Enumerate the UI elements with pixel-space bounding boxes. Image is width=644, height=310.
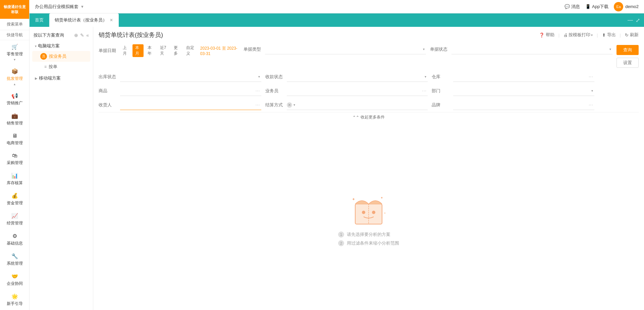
receipt-status-arrow-icon[interactable]: ▾ xyxy=(425,75,426,79)
brand-dots-icon[interactable]: ··· xyxy=(589,102,593,108)
sidebar-item-label: 基础信息 xyxy=(7,241,23,246)
marketing-icon: 📢 xyxy=(11,93,18,99)
sidebar-item-operations[interactable]: 📈 经营管理 xyxy=(0,209,29,229)
collapse-panel-icon[interactable]: « xyxy=(86,33,89,38)
collapse-button[interactable]: ⌃⌃ 收起更多条件 xyxy=(353,114,385,120)
tip-1-text: 请先选择要分析的方案 xyxy=(347,231,390,238)
doc-type-arrow-icon[interactable]: ▾ xyxy=(423,47,425,51)
brand-field[interactable]: ··· xyxy=(453,100,594,110)
receipt-status-field[interactable]: ▾ xyxy=(287,72,428,82)
sidebar-search-menu[interactable]: 搜索菜单 xyxy=(0,19,29,30)
tab-sales-report-label: 销货单统计表（按业务员） xyxy=(55,17,107,23)
goods-label: 商品 xyxy=(99,88,117,94)
tree-item-by-order[interactable]: ≡ 按单 xyxy=(32,62,90,72)
stock-status-label: 出库状态 xyxy=(99,74,117,80)
settings-button[interactable]: 设置 xyxy=(616,58,639,68)
warehouse-label: 仓库 xyxy=(432,74,450,80)
breadcrumb-dropdown-icon[interactable]: ▾ xyxy=(81,4,84,9)
refresh-icon: ↻ xyxy=(625,33,629,38)
maximize-icon[interactable]: ⤢ xyxy=(636,17,640,23)
payment-clear-icon[interactable]: ✕ xyxy=(287,102,292,108)
sidebar-item-marketing[interactable]: 📢 营销推广 xyxy=(0,89,29,109)
page-title: 销货单统计表(按业务员) xyxy=(99,31,163,39)
breadcrumb-area: 办公用品行业模拟账套 ▾ xyxy=(35,4,84,10)
salesperson-field[interactable]: ··· xyxy=(287,86,428,96)
help-button[interactable]: ❓ 帮助 xyxy=(539,32,554,38)
left-panel-actions: ⊕ ✎ « xyxy=(74,33,89,38)
doc-type-field[interactable]: ▾ xyxy=(265,44,426,54)
desktop-group-title[interactable]: ▾ 电脑端方案 xyxy=(32,41,90,51)
message-button[interactable]: 💬 消息 xyxy=(565,4,580,10)
goods-dots-icon[interactable]: ··· xyxy=(255,88,260,94)
recipient-field[interactable]: ··· xyxy=(120,100,261,110)
sidebar-item-system[interactable]: 🔧 系统管理 xyxy=(0,250,29,270)
sidebar-item-retail[interactable]: 🛒 零售管理 ▾ xyxy=(0,40,29,65)
tab-close-icon[interactable]: ✕ xyxy=(110,18,113,22)
sidebar-item-finance[interactable]: 💰 资金管理 xyxy=(0,189,29,209)
recipient-dots-icon[interactable]: ··· xyxy=(255,102,260,108)
stock-status-field[interactable]: ▾ xyxy=(120,72,261,82)
date-tab-last-month[interactable]: 上月 xyxy=(120,44,131,57)
export-button[interactable]: ⬆ 导出 xyxy=(602,32,616,38)
sidebar-item-label: 库存核算 xyxy=(7,180,23,186)
date-tab-this-year[interactable]: 本年 xyxy=(145,44,156,57)
app-download-button[interactable]: 📱 App下载 xyxy=(585,4,608,10)
date-tab-7days[interactable]: 近7天 xyxy=(157,44,170,57)
tab-home[interactable]: 首页 xyxy=(30,13,49,27)
sidebar-item-basic[interactable]: ⚙ 基础信息 xyxy=(0,229,29,250)
department-field[interactable]: ▾ xyxy=(453,86,594,96)
mobile-group-title[interactable]: ▶ 移动端方案 xyxy=(32,73,90,83)
tree-item-by-salesperson[interactable]: 员 按业务员 xyxy=(32,51,90,62)
department-arrow-icon[interactable]: ▾ xyxy=(591,89,593,93)
minimize-icon[interactable]: — xyxy=(628,17,633,23)
template-print-button[interactable]: 🖨 按模板打印 ▾ xyxy=(564,32,593,38)
tab-home-label: 首页 xyxy=(35,17,44,23)
payment-arrow-icon[interactable]: ▾ xyxy=(293,103,295,107)
sidebar-item-ecommerce[interactable]: 🖥 电商管理 xyxy=(0,130,29,149)
date-tab-this-month[interactable]: 本月 xyxy=(132,44,144,57)
doc-type-label: 单据类型 xyxy=(244,46,262,52)
sidebar-quick-nav[interactable]: 快捷导航 xyxy=(0,30,29,40)
breadcrumb-text: 办公用品行业模拟账套 xyxy=(35,4,78,10)
edit-scheme-icon[interactable]: ✎ xyxy=(80,33,84,38)
main-content: 办公用品行业模拟账套 ▾ 💬 消息 📱 App下载 Ea demo2 首页 xyxy=(30,0,644,310)
template-print-label: 按模板打印 xyxy=(569,32,590,38)
left-panel-title-text: 按以下方案查询 xyxy=(34,32,64,38)
doc-status-arrow-icon[interactable]: ▾ xyxy=(609,47,611,51)
sidebar-item-enterprise[interactable]: 🤝 企业协同 xyxy=(0,270,29,290)
sidebar-item-label: 新手引导 xyxy=(7,301,23,307)
salesperson-dots-icon[interactable]: ··· xyxy=(422,88,426,94)
add-scheme-icon[interactable]: ⊕ xyxy=(74,33,78,38)
tab-sales-report[interactable]: 销货单统计表（按业务员） ✕ xyxy=(49,13,119,27)
warehouse-dots-icon[interactable]: ··· xyxy=(589,74,593,80)
sidebar-item-inventory[interactable]: 📊 库存核算 xyxy=(0,169,29,189)
date-tab-more[interactable]: 更多 xyxy=(171,44,182,57)
payment-field[interactable]: ✕ ▾ xyxy=(287,100,428,110)
warehouse-field[interactable]: ··· xyxy=(453,72,594,82)
wholesale-icon: 📦 xyxy=(11,68,18,74)
query-button[interactable]: 查询 xyxy=(616,45,639,55)
user-menu[interactable]: Ea demo2 xyxy=(614,2,639,11)
goods-field[interactable]: ··· xyxy=(120,86,261,96)
sidebar-item-sales[interactable]: 💼 销售管理 xyxy=(0,109,29,130)
sidebar-item-label: 销售管理 xyxy=(7,120,23,126)
stock-status-arrow-icon[interactable]: ▾ xyxy=(258,75,260,79)
sidebar-item-wholesale[interactable]: 📦 批发管理 ▴ xyxy=(0,65,29,89)
doc-status-field[interactable]: ▾ xyxy=(451,44,612,54)
tab-bar-actions: — ⤢ xyxy=(628,17,644,23)
inventory-icon: 📊 xyxy=(11,172,18,179)
svg-point-2 xyxy=(362,211,365,214)
empty-tips: 1 请先选择要分析的方案 2 用过滤条件来缩小分析范围 xyxy=(338,231,399,246)
help-label: 帮助 xyxy=(546,32,554,38)
refresh-button[interactable]: ↻ 刷新 xyxy=(625,32,639,38)
export-label: 导出 xyxy=(607,32,616,38)
date-tab-custom[interactable]: 自定义 xyxy=(183,44,197,57)
page-header: 销货单统计表(按业务员) ❓ 帮助 | 🖨 按模板打印 ▾ | ⬆ xyxy=(93,27,644,42)
chevron-up-icon: ▴ xyxy=(14,82,15,86)
right-content: 销货单统计表(按业务员) ❓ 帮助 | 🖨 按模板打印 ▾ | ⬆ xyxy=(93,27,644,310)
salesperson-scheme-icon: 员 xyxy=(40,53,47,60)
sidebar-item-newbie[interactable]: 🌟 新手引导 xyxy=(0,290,29,310)
collapse-up-icon: ⌃⌃ xyxy=(353,115,359,120)
sidebar-item-purchase[interactable]: 🛍 采购管理 xyxy=(0,149,29,169)
receipt-status-label: 收款状态 xyxy=(265,74,284,80)
